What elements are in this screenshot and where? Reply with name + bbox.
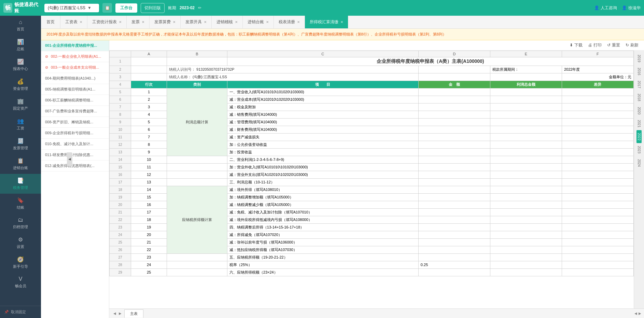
cell-item[interactable]: 减：营业成本(填写A102010\102020\103000) bbox=[227, 96, 418, 103]
cell-profit[interactable] bbox=[490, 261, 562, 268]
sidebar-item-guide[interactable]: 🧭 新手引导 bbox=[0, 253, 41, 273]
cell-item[interactable]: 加：投资收益 bbox=[227, 148, 418, 156]
cell-amount[interactable] bbox=[418, 178, 490, 186]
cell-amount[interactable] bbox=[418, 141, 490, 148]
cell-line[interactable]: 18 bbox=[131, 216, 167, 223]
cell-item[interactable]: 六、应纳所得税额（23×24） bbox=[227, 268, 418, 276]
cell-profit[interactable] bbox=[490, 133, 562, 141]
left-panel-item-005[interactable]: 005-纳税调整项目明细表(A1... bbox=[41, 84, 109, 95]
cell-item[interactable]: 减：抵扣应纳税所得额（填写A107030） bbox=[227, 246, 418, 253]
cell-profit[interactable] bbox=[490, 103, 562, 111]
left-panel-item-012[interactable]: 012-减免所得税优惠明细表(... bbox=[41, 161, 109, 171]
cell[interactable] bbox=[131, 57, 167, 66]
sidebar-item-member[interactable]: V 畅会员 bbox=[0, 273, 41, 292]
tab-close-icon[interactable]: ✕ bbox=[340, 20, 343, 24]
cell-profit[interactable] bbox=[490, 163, 562, 171]
cell-diff[interactable] bbox=[562, 96, 633, 103]
tab-invoice-calc[interactable]: 发票算费 ✕ bbox=[150, 16, 181, 28]
cell-diff[interactable] bbox=[562, 163, 633, 171]
cell-diff[interactable] bbox=[562, 126, 633, 133]
cell-item[interactable]: 税率（25%） bbox=[227, 261, 418, 268]
tab-sales-check[interactable]: 进销稽核 ✕ bbox=[212, 16, 243, 28]
sheet-nav-right[interactable]: ▶ bbox=[117, 312, 123, 315]
switch-version-button[interactable]: 切到旧版 bbox=[141, 3, 165, 13]
cell-line[interactable]: 15 bbox=[131, 193, 167, 201]
reset-button[interactable]: ↺ 重置 bbox=[607, 42, 620, 48]
sidebar-item-archive[interactable]: 🗂 归档管理 bbox=[0, 213, 41, 233]
period-edit-icon[interactable]: ✏ bbox=[198, 5, 201, 10]
cell[interactable] bbox=[418, 66, 490, 73]
cell-amount[interactable] bbox=[418, 223, 490, 231]
cell-amount[interactable]: 0.25 bbox=[418, 261, 490, 268]
cell-profit[interactable] bbox=[490, 178, 562, 186]
year-item-2018[interactable]: 2018 bbox=[636, 91, 642, 104]
cell-item[interactable]: 减：纳税调整减少额（填写A105000） bbox=[227, 201, 418, 208]
cell-diff[interactable] bbox=[562, 171, 633, 178]
cell-diff[interactable] bbox=[562, 118, 633, 126]
tab-invoice-open[interactable]: 发票开具 ✕ bbox=[181, 16, 212, 28]
cell-item[interactable]: 减：所得减免（填写A107020） bbox=[227, 231, 418, 238]
cell-profit[interactable] bbox=[490, 186, 562, 193]
year-item-2024[interactable]: 2024 bbox=[636, 156, 642, 169]
cell-item[interactable]: 减：弥补以前年度亏损（填写A106000） bbox=[227, 238, 418, 246]
cell-diff[interactable] bbox=[562, 186, 633, 193]
cell-amount[interactable] bbox=[418, 231, 490, 238]
cell-diff[interactable] bbox=[562, 201, 633, 208]
cell-profit[interactable] bbox=[490, 118, 562, 126]
cell-diff[interactable] bbox=[562, 103, 633, 111]
human-consult-button[interactable]: 👤 人工咨询 bbox=[594, 5, 617, 11]
cell-line[interactable]: 4 bbox=[131, 111, 167, 118]
cell-amount[interactable] bbox=[418, 118, 490, 126]
spreadsheet-wrapper[interactable]: A B C D E F bbox=[109, 51, 634, 309]
sheet-nav-left[interactable]: ◀ bbox=[112, 312, 117, 315]
sidebar-item-home[interactable]: ⌂ 首页 bbox=[0, 16, 41, 35]
cell-diff[interactable] bbox=[562, 208, 633, 216]
tab-home[interactable]: 首页 bbox=[41, 16, 60, 28]
cell-item[interactable]: 三、利润总额（10-11-12） bbox=[227, 178, 418, 186]
cell-line[interactable]: 25 bbox=[131, 268, 167, 276]
tab-close-icon[interactable]: ✕ bbox=[80, 20, 82, 24]
cell[interactable] bbox=[167, 57, 227, 66]
cell-amount[interactable] bbox=[418, 246, 490, 253]
cell-profit[interactable] bbox=[490, 231, 562, 238]
cell-amount[interactable] bbox=[418, 156, 490, 163]
left-panel-item-009[interactable]: 009-企业所得税补亏损明细... bbox=[41, 128, 109, 139]
tab-close-icon[interactable]: ✕ bbox=[142, 20, 144, 24]
cell[interactable] bbox=[131, 66, 167, 73]
cell-profit[interactable] bbox=[490, 216, 562, 223]
cell-amount[interactable] bbox=[418, 268, 490, 276]
cell-item[interactable]: 减：资产减值损失 bbox=[227, 133, 418, 141]
left-panel-item-006[interactable]: 006-职工薪酬纳税调整明细... bbox=[41, 95, 109, 106]
tab-tax-clear[interactable]: 税表清册 ✕ bbox=[274, 16, 305, 28]
cell-amount[interactable] bbox=[418, 238, 490, 246]
left-panel-item-010[interactable]: 010-免税、减计收入及加计... bbox=[41, 139, 109, 150]
tab-income-tax[interactable]: 所得税汇算清缴 ✕ bbox=[305, 16, 348, 28]
cell[interactable] bbox=[131, 73, 167, 81]
cell-profit[interactable] bbox=[490, 126, 562, 133]
cell-profit[interactable] bbox=[490, 201, 562, 208]
year-item-2020[interactable]: 2020 bbox=[636, 104, 642, 117]
cell-amount[interactable] bbox=[418, 163, 490, 171]
cell-profit[interactable] bbox=[490, 223, 562, 231]
year-item-2016[interactable]: 2016 bbox=[636, 65, 642, 78]
cell-item[interactable]: 加：纳税调整增加额（填写A105000） bbox=[227, 193, 418, 201]
pin-toggle-button[interactable]: 📌 取消固定 bbox=[0, 306, 41, 318]
sidebar-item-payroll[interactable]: 👥 工资 bbox=[0, 114, 41, 134]
cell-profit[interactable] bbox=[490, 253, 562, 261]
cell-line[interactable]: 13 bbox=[131, 178, 167, 186]
sheet-tab-main[interactable]: 主表 bbox=[124, 309, 143, 318]
cell-amount[interactable] bbox=[418, 193, 490, 201]
cell-amount[interactable] bbox=[418, 103, 490, 111]
cell-diff[interactable] bbox=[562, 238, 633, 246]
print-button[interactable]: 🖨 打印 bbox=[588, 42, 602, 48]
sidebar-item-settle[interactable]: 🔖 结账 bbox=[0, 194, 41, 213]
sidebar-item-sales[interactable]: 📋 进销台账 bbox=[0, 154, 41, 174]
year-item-2021[interactable]: 2021 bbox=[636, 117, 642, 130]
cell-line[interactable]: 3 bbox=[131, 103, 167, 111]
cell-diff[interactable] bbox=[562, 246, 633, 253]
cell-line[interactable]: 8 bbox=[131, 141, 167, 148]
cell-item[interactable]: 二、营业利润(1-2-3-4-5-6-7-8+9) bbox=[227, 156, 418, 163]
cell-profit[interactable] bbox=[490, 193, 562, 201]
tab-sales-account[interactable]: 进销台账 ✕ bbox=[243, 16, 274, 28]
download-button[interactable]: ⬇ 下载 bbox=[570, 42, 583, 48]
